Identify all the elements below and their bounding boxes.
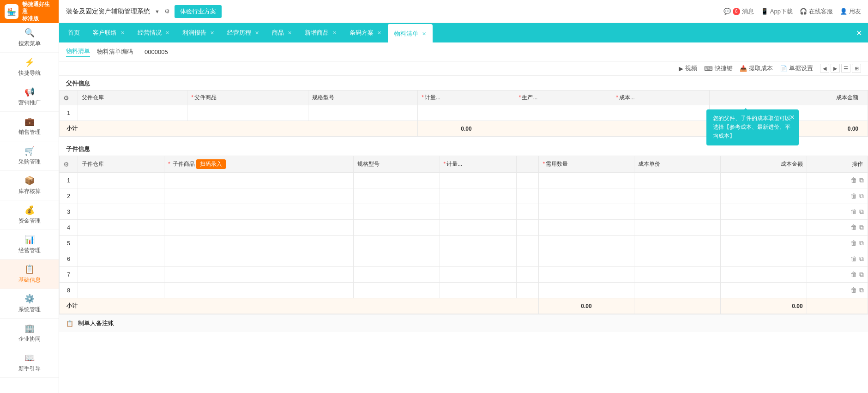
child-cell-unit-2[interactable] xyxy=(440,188,516,204)
shortcut-btn[interactable]: ⌨ 快捷键 xyxy=(704,64,733,73)
child-cell-quantity-6[interactable] xyxy=(539,251,634,267)
copy-icon-3[interactable]: ⧉ xyxy=(859,208,864,216)
child-cell-unit-cost-7[interactable] xyxy=(634,267,720,283)
child-cell-unit-4[interactable] xyxy=(440,220,516,236)
child-cell-warehouse-5[interactable] xyxy=(78,236,164,251)
delete-icon-5[interactable]: 🗑 xyxy=(850,239,857,247)
child-cell-spec-8[interactable] xyxy=(353,283,440,298)
child-cell-unit-cost-3[interactable] xyxy=(634,204,720,220)
child-cell-quantity-5[interactable] xyxy=(539,236,634,251)
copy-icon-2[interactable]: ⧉ xyxy=(859,192,864,200)
child-cell-spec-1[interactable] xyxy=(353,173,440,188)
tab-close-goods[interactable]: ✕ xyxy=(288,30,292,36)
tab-close-customers[interactable]: ✕ xyxy=(121,30,125,36)
sidebar-item-guide[interactable]: 📖 新手引导 xyxy=(0,348,59,378)
sidebar-item-sales[interactable]: 💼 销售管理 xyxy=(0,112,59,141)
gear-icon[interactable]: ⚙ xyxy=(63,94,69,102)
child-cell-warehouse-3[interactable] xyxy=(78,204,164,220)
child-cell-quantity-1[interactable] xyxy=(539,173,634,188)
sidebar-item-operations[interactable]: 📊 经营管理 xyxy=(0,230,59,260)
subtab-bom-code[interactable]: 物料清单编码 xyxy=(97,47,133,57)
scan-btn[interactable]: 扫码录入 xyxy=(196,159,226,169)
child-cell-unit-cost-5[interactable] xyxy=(634,236,720,251)
extract-cost-btn[interactable]: 📥 提取成本 xyxy=(740,64,773,73)
child-cell-warehouse-4[interactable] xyxy=(78,220,164,236)
child-cell-warehouse-1[interactable] xyxy=(78,173,164,188)
tab-profit[interactable]: 利润报告✕ xyxy=(176,23,221,42)
single-settings-btn[interactable]: 📄 单据设置 xyxy=(780,64,813,73)
sidebar-item-finance[interactable]: 💰 资金管理 xyxy=(0,200,59,230)
child-cell-unit-cost-6[interactable] xyxy=(634,251,720,267)
parent-cell-spec[interactable] xyxy=(308,105,417,121)
app-download-btn[interactable]: 📱 App下载 xyxy=(761,7,793,16)
video-btn[interactable]: ▶ 视频 xyxy=(679,64,697,73)
tab-customers[interactable]: 客户联络✕ xyxy=(86,23,131,42)
tab-close-bom[interactable]: ✕ xyxy=(422,31,426,37)
sidebar-item-quicknav[interactable]: ⚡ 快捷导航 xyxy=(0,53,59,82)
parent-cell-production[interactable] xyxy=(515,105,612,121)
delete-icon-1[interactable]: 🗑 xyxy=(850,176,857,184)
child-cell-quantity-8[interactable] xyxy=(539,283,634,298)
child-cell-unit-cost-8[interactable] xyxy=(634,283,720,298)
child-cell-warehouse-6[interactable] xyxy=(78,251,164,267)
delete-icon-8[interactable]: 🗑 xyxy=(850,286,857,294)
child-cell-spec-4[interactable] xyxy=(353,220,440,236)
child-cell-warehouse-2[interactable] xyxy=(78,188,164,204)
child-cell-spec-7[interactable] xyxy=(353,267,440,283)
sidebar-item-inventory[interactable]: 📦 库存核算 xyxy=(0,171,59,200)
child-cell-product-3[interactable] xyxy=(164,204,354,220)
child-gear-icon[interactable]: ⚙ xyxy=(63,161,69,168)
copy-icon-1[interactable]: ⧉ xyxy=(859,176,864,184)
tab-business[interactable]: 经营情况✕ xyxy=(131,23,176,42)
tab-barcode[interactable]: 条码方案✕ xyxy=(343,23,388,42)
settings-icon[interactable]: ⚙ xyxy=(164,8,170,15)
experience-btn[interactable]: 体验行业方案 xyxy=(175,5,222,18)
delete-icon-3[interactable]: 🗑 xyxy=(850,208,857,216)
sidebar-item-enterprise[interactable]: 🏢 企业协同 xyxy=(0,319,59,348)
nav-menu-btn[interactable]: ☰ xyxy=(841,64,850,73)
nav-left-btn[interactable]: ◀ xyxy=(820,64,829,73)
child-cell-unit-6[interactable] xyxy=(440,251,516,267)
delete-icon-6[interactable]: 🗑 xyxy=(850,255,857,263)
sidebar-item-purchase[interactable]: 🛒 采购管理 xyxy=(0,141,59,171)
delete-icon-2[interactable]: 🗑 xyxy=(850,192,857,200)
parent-cell-cost[interactable] xyxy=(612,105,710,121)
child-cell-spec-2[interactable] xyxy=(353,188,440,204)
tab-close-business[interactable]: ✕ xyxy=(165,30,169,36)
parent-cell-unit[interactable] xyxy=(418,105,515,121)
tab-close-history[interactable]: ✕ xyxy=(255,30,259,36)
sidebar-item-search[interactable]: 🔍 搜索菜单 xyxy=(0,23,59,53)
child-cell-warehouse-7[interactable] xyxy=(78,267,164,283)
copy-icon-4[interactable]: ⧉ xyxy=(859,224,864,231)
tab-close-profit[interactable]: ✕ xyxy=(210,30,214,36)
child-cell-quantity-4[interactable] xyxy=(539,220,634,236)
subtab-bom-list[interactable]: 物料清单 xyxy=(66,46,90,57)
tab-goods[interactable]: 商品✕ xyxy=(265,23,298,42)
child-cell-unit-7[interactable] xyxy=(440,267,516,283)
child-cell-unit-8[interactable] xyxy=(440,283,516,298)
copy-icon-5[interactable]: ⧉ xyxy=(859,239,864,247)
parent-cell-product[interactable] xyxy=(187,105,308,121)
tab-bom[interactable]: 物料清单✕ xyxy=(388,24,433,42)
tab-close-barcode[interactable]: ✕ xyxy=(377,30,381,36)
delete-icon-4[interactable]: 🗑 xyxy=(850,224,857,231)
child-cell-product-5[interactable] xyxy=(164,236,354,251)
sidebar-item-marketing[interactable]: 📢 营销推广 xyxy=(0,82,59,112)
message-btn[interactable]: 💬 6 消息 xyxy=(723,7,754,16)
child-cell-quantity-7[interactable] xyxy=(539,267,634,283)
child-cell-spec-6[interactable] xyxy=(353,251,440,267)
tab-history[interactable]: 经营历程✕ xyxy=(221,23,265,42)
child-cell-product-8[interactable] xyxy=(164,283,354,298)
sidebar-item-basic[interactable]: 📋 基础信息 xyxy=(0,260,59,289)
child-cell-unit-cost-1[interactable] xyxy=(634,173,720,188)
tab-close-all[interactable]: ✕ xyxy=(852,29,866,37)
child-cell-quantity-3[interactable] xyxy=(539,204,634,220)
child-cell-spec-3[interactable] xyxy=(353,204,440,220)
online-service-btn[interactable]: 🎧 在线客服 xyxy=(800,7,833,16)
child-cell-product-4[interactable] xyxy=(164,220,354,236)
delete-icon-7[interactable]: 🗑 xyxy=(850,271,857,278)
child-cell-warehouse-8[interactable] xyxy=(78,283,164,298)
sidebar-item-system[interactable]: ⚙️ 系统管理 xyxy=(0,289,59,319)
user-avatar[interactable]: 👤 用友 xyxy=(840,7,861,16)
parent-cell-warehouse[interactable] xyxy=(78,105,187,121)
